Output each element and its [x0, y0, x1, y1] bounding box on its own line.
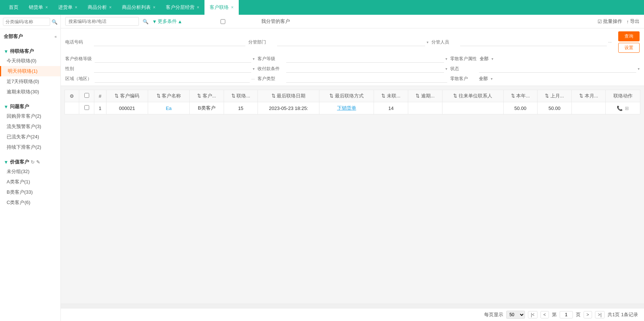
division-person-more-icon[interactable]: ···	[608, 40, 612, 44]
col-this-month[interactable]: ⇅ 本月...	[571, 90, 606, 102]
sidebar-search-icon[interactable]: 🔍	[52, 19, 57, 25]
first-page-btn[interactable]: |<	[528, 311, 538, 318]
close-customer-tiered-icon[interactable]: ×	[197, 5, 199, 10]
bulk-op-btn[interactable]: ☑ 批量操作	[598, 18, 622, 25]
sidebar-item-repurchase-abnormal[interactable]: 回购异常客户(2)	[0, 111, 60, 121]
nav-product-analysis-list[interactable]: 商品分析列表 ×	[117, 0, 161, 15]
check-icon: ☑	[598, 19, 602, 24]
set-button[interactable]: 设置	[618, 43, 640, 53]
sidebar-item-week7[interactable]: 近7天待联络(0)	[0, 76, 60, 87]
row-name[interactable]: Ea	[148, 102, 189, 114]
sidebar-item-tomorrow[interactable]: 明天待联络(1)	[0, 66, 60, 76]
edit-icon[interactable]: ✎	[36, 159, 40, 165]
grid-action-icon[interactable]: ⊞	[625, 106, 629, 111]
col-not-contacted[interactable]: ⇅ 未联...	[374, 90, 408, 102]
gender-dropdown-icon[interactable]: ▾	[253, 67, 255, 71]
nav-home[interactable]: 首页	[4, 0, 24, 15]
page-number-input[interactable]	[560, 311, 573, 318]
table-body: 1 000021 Ea B类客户 15 2023-05-23 18:25: 下销…	[65, 102, 640, 114]
row-select-checkbox[interactable]	[84, 105, 89, 110]
price-level-input[interactable]	[95, 55, 251, 63]
next-page-btn[interactable]: >	[584, 311, 592, 318]
col-unit-contact[interactable]: ⇅ 往来单位联系人	[442, 90, 503, 102]
per-page-select[interactable]: 102050100	[506, 311, 525, 319]
nav-customer-tiered[interactable]: 客户分层经营 ×	[161, 0, 204, 15]
payment-dropdown-icon[interactable]: ▾	[445, 67, 447, 71]
close-product-analysis-icon[interactable]: ×	[109, 5, 112, 10]
price-level-field: 客户价格等级 ▾	[65, 55, 255, 63]
sidebar: 🔍 全部客户 « ▼ 待联络客户 今天待联络(0) 明天待联络(1) 近7天待联…	[0, 15, 61, 321]
col-overdue-sort-icon: ⇅	[416, 93, 420, 99]
sidebar-pending-header[interactable]: ▼ 待联络客户	[0, 46, 60, 56]
sidebar-item-a-class[interactable]: A类客户(1)	[0, 177, 60, 187]
sidebar-item-lost[interactable]: 流失预警客户(3)	[0, 121, 60, 132]
close-product-analysis-list-icon[interactable]: ×	[153, 5, 155, 10]
retail-attr-dropdown-icon[interactable]: ▾	[491, 57, 493, 61]
gender-input[interactable]	[94, 65, 251, 73]
nav-sales-order[interactable]: 销货单 ×	[24, 0, 53, 15]
col-code[interactable]: ⇅ 客户编码	[106, 90, 148, 102]
gear-settings-icon[interactable]: ⚙	[70, 93, 74, 99]
payment-input[interactable]	[286, 65, 444, 73]
col-gear[interactable]: ⚙	[65, 90, 79, 102]
select-all-checkbox[interactable]	[84, 93, 89, 98]
row-last-contact-method[interactable]: 下销货单	[319, 102, 374, 114]
query-button[interactable]: 查询	[618, 31, 640, 41]
region-input[interactable]	[95, 75, 250, 83]
price-level-dropdown-icon[interactable]: ▾	[253, 57, 255, 61]
col-last-contact-date[interactable]: ⇅ 最后联络日期	[258, 90, 319, 102]
prev-page-btn[interactable]: <	[540, 311, 549, 318]
phone-action-icon[interactable]: 📞	[617, 106, 623, 111]
refresh-icon[interactable]: ↻	[31, 159, 35, 165]
col-this-year[interactable]: ⇅ 本年...	[503, 90, 538, 102]
sidebar-all-customers[interactable]: 全部客户 «	[0, 31, 60, 42]
horizontal-scrollbar[interactable]	[61, 304, 644, 308]
phone-input[interactable]	[94, 38, 245, 46]
col-name[interactable]: ⇅ 客户名称	[148, 90, 189, 102]
total-records-label: 共1页 1条记录	[608, 311, 638, 318]
sidebar-item-b-class[interactable]: B类客户(33)	[0, 187, 60, 197]
nav-customer-contact[interactable]: 客户联络 ×	[204, 0, 239, 15]
sidebar-value-header[interactable]: ▼ 价值客户 ↻ ✎	[0, 157, 60, 166]
nav-product-analysis[interactable]: 商品分析 ×	[83, 0, 117, 15]
close-sales-order-icon[interactable]: ×	[45, 5, 48, 10]
gender-field: 性别 ▾	[65, 65, 255, 73]
last-page-btn[interactable]: >|	[595, 311, 605, 318]
sidebar-item-today[interactable]: 今天待联络(0)	[0, 56, 60, 66]
chevron-up-icon: ▲	[178, 19, 182, 24]
sidebar-item-c-class[interactable]: C类客户(6)	[0, 197, 60, 208]
status-dropdown-icon[interactable]: ▾	[638, 67, 640, 71]
sidebar-item-continuous-drop[interactable]: 持续下滑客户(2)	[0, 142, 60, 152]
col-last-month[interactable]: ⇅ 上月...	[538, 90, 572, 102]
retail-customer-dropdown-icon[interactable]: ▾	[491, 77, 493, 81]
customer-level-input[interactable]	[286, 55, 444, 63]
sidebar-problem-header[interactable]: ▼ 问题客户	[0, 101, 60, 111]
close-purchase-order-icon[interactable]: ×	[75, 5, 77, 10]
nav-purchase-order[interactable]: 进货单 ×	[53, 0, 83, 15]
region-more-icon[interactable]: ···	[251, 77, 255, 81]
row-customer-type: B类客户	[189, 102, 224, 114]
division-person-input[interactable]	[460, 38, 607, 46]
customer-type-input[interactable]	[286, 75, 447, 83]
my-customers-checkbox[interactable]	[186, 19, 260, 24]
sidebar-search-input[interactable]	[3, 18, 50, 26]
row-checkbox[interactable]	[79, 102, 94, 114]
sidebar-item-lost2[interactable]: 已流失客户(24)	[0, 132, 60, 142]
search-input[interactable]	[65, 17, 139, 26]
col-unitcon-sort-icon: ⇅	[453, 93, 457, 99]
collapse-icon[interactable]: «	[55, 34, 57, 39]
more-conditions-btn[interactable]: ▼ 更多条件 ▲	[152, 18, 182, 25]
col-overdue[interactable]: ⇅ 逾期...	[408, 90, 442, 102]
sidebar-item-ungrouped[interactable]: 未分组(32)	[0, 166, 60, 177]
col-customer-type[interactable]: ⇅ 客户...	[189, 90, 224, 102]
close-customer-contact-icon[interactable]: ×	[231, 5, 234, 10]
customer-level-dropdown-icon[interactable]: ▾	[445, 57, 447, 61]
sidebar-item-overdue[interactable]: 逾期未联络(30)	[0, 87, 60, 97]
col-last-contact-method[interactable]: ⇅ 最后联络方式	[319, 90, 374, 102]
division-dept-input[interactable]	[277, 38, 425, 46]
division-dept-dropdown-icon[interactable]: ▾	[427, 40, 428, 44]
status-input[interactable]	[479, 65, 636, 73]
export-btn[interactable]: ↑ 导出	[627, 18, 640, 25]
search-btn-icon[interactable]: 🔍	[143, 19, 148, 24]
col-contact[interactable]: ⇅ 联络...	[224, 90, 258, 102]
